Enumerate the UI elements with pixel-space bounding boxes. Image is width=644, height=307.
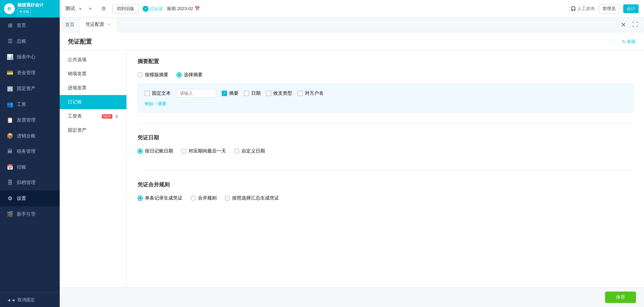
nav-item-journal[interactable]: 日记账 (60, 95, 126, 109)
tab-voucher-config[interactable]: 凭证配置 × (80, 18, 117, 32)
merge-section: 凭证合并规则 单条记录生成凭证 合并规则 按照选择汇总生成凭证 (138, 181, 633, 217)
radio-merge-rules-circle[interactable] (191, 195, 196, 201)
radio-template-circle[interactable] (138, 72, 143, 78)
refresh-label: 刷新 (627, 39, 636, 45)
sidebar-item-close[interactable]: 📅 结账 (0, 159, 60, 175)
nav-item-payroll[interactable]: 工资表 NEW ∨ (60, 109, 126, 123)
sidebar-item-tax[interactable]: 🏛 税务管理 (0, 144, 60, 159)
content: 公共选项 销项发票 进项发票 日记账 工资表 NEW ∨ 固定资产 (60, 50, 644, 307)
sidebar-label-settings: 设置 (17, 195, 26, 202)
summary-options-row: 固定文本 ✓ 摘要 日期 (145, 89, 626, 97)
sidebar-item-guide[interactable]: 🎬 新手引导 (0, 206, 60, 222)
radio-select-label: 选择摘要 (184, 72, 203, 78)
sidebar-item-archive[interactable]: 🗄 归档管理 (0, 175, 60, 190)
checkbox-summary-box[interactable]: ✓ (222, 91, 227, 96)
radio-aggregate-label: 按照选择汇总生成凭证 (232, 195, 279, 201)
radio-journal-date-label: 按日记账日期 (145, 148, 173, 154)
radio-aggregate-circle[interactable] (225, 195, 230, 201)
sidebar-item-funds[interactable]: 💳 资金管理 (0, 65, 60, 81)
radio-custom-date-circle[interactable] (234, 148, 239, 154)
tabbar: 首页 凭证配置 × ✕ ⛶ (60, 17, 644, 32)
right-content: 摘要配置 按模版摘要 选择摘要 (127, 50, 644, 287)
sidebar-label-close: 结账 (17, 164, 26, 170)
radio-aggregate-item[interactable]: 按照选择汇总生成凭证 (225, 195, 279, 201)
tab-fullscreen-button[interactable]: ⛶ (631, 20, 640, 30)
content-body: 公共选项 销项发票 进项发票 日记账 工资表 NEW ∨ 固定资产 (60, 50, 644, 287)
checkbox-cashflow-label: 收支类型 (273, 90, 292, 96)
sidebar-label-ledger: 总账 (17, 38, 26, 44)
tax-icon: 🏛 (7, 148, 13, 155)
certified-badge: ✓ 已认证 (143, 6, 163, 12)
refresh-button[interactable]: ↻ 刷新 (622, 39, 636, 45)
topbar: 测试 ▾ + ⚙ 切到旧版 ✓ 已认证 账期 2023-02 📅 🎧 人工咨询 … (60, 0, 644, 17)
switch-old-version-button[interactable]: 切到旧版 (112, 4, 139, 13)
radio-custom-date-item[interactable]: 自定义日期 (234, 148, 265, 154)
tab-close-button[interactable]: × (106, 22, 112, 27)
checkbox-counterparty-label: 对方户名 (305, 90, 324, 96)
main-area: 测试 ▾ + ⚙ 切到旧版 ✓ 已认证 账期 2023-02 📅 🎧 人工咨询 … (60, 0, 644, 307)
radio-select-item[interactable]: 选择摘要 (176, 72, 203, 78)
tab-close-window-button[interactable]: ✕ (619, 20, 628, 30)
radio-journal-date-item[interactable]: 按日记账日期 (138, 148, 173, 154)
checkbox-fixed-text[interactable]: 固定文本 (145, 90, 171, 96)
user-badge[interactable]: 管理员 (599, 4, 619, 13)
checkbox-date-box[interactable] (244, 91, 249, 96)
tab-home-label: 首页 (65, 22, 74, 28)
accountant-badge[interactable]: 会计 (623, 4, 639, 13)
merge-radio-group: 单条记录生成凭证 合并规则 按照选择汇总生成凭证 (138, 195, 633, 201)
payroll-expand-icon: ∨ (115, 114, 118, 119)
radio-period-last-circle[interactable] (181, 148, 186, 154)
unpin-button[interactable]: ◄◄ 取消固定 (0, 293, 60, 307)
tab-home[interactable]: 首页 (60, 17, 80, 32)
archive-icon: 🗄 (7, 180, 13, 186)
radio-period-last-item[interactable]: 对应期间最后一天 (181, 148, 226, 154)
checkbox-counterparty[interactable]: 对方户名 (298, 90, 324, 96)
fixed-text-input[interactable] (176, 89, 216, 97)
sidebar-item-sales-purchase[interactable]: 📦 进销台账 (0, 128, 60, 144)
sidebar-label-tax: 税务管理 (17, 148, 36, 155)
sidebar-item-fixed-assets[interactable]: 🏢 固定资产 (0, 81, 60, 96)
radio-single-item[interactable]: 单条记录生成凭证 (138, 195, 182, 201)
nav-item-purchase[interactable]: 进项发票 (60, 81, 126, 95)
checkbox-cashflow[interactable]: 收支类型 (266, 90, 292, 96)
nav-item-public[interactable]: 公共选项 (60, 53, 126, 67)
radio-select-circle[interactable] (176, 72, 182, 78)
add-button[interactable]: + (86, 4, 95, 13)
checkbox-fixed-text-label: 固定文本 (152, 90, 171, 96)
calendar-icon[interactable]: 📅 (195, 6, 200, 11)
support-button[interactable]: 🎧 人工咨询 (571, 6, 595, 12)
checkbox-fixed-text-box[interactable] (145, 91, 150, 96)
radio-merge-rules-item[interactable]: 合并规则 (191, 195, 217, 201)
settings-gear-button[interactable]: ⚙ (99, 4, 108, 13)
sidebar-item-home[interactable]: ⊞ 首页 (0, 17, 60, 33)
sales-purchase-icon: 📦 (7, 133, 13, 139)
sidebar-label-invoice: 发票管理 (17, 117, 36, 123)
sidebar-label-archive: 归档管理 (17, 180, 36, 186)
sidebar-item-ledger[interactable]: ☰ 总账 (0, 33, 60, 49)
radio-single-circle[interactable] (138, 195, 143, 201)
checkbox-counterparty-box[interactable] (298, 91, 303, 96)
sidebar-item-reports[interactable]: 📊 报表中心 (0, 49, 60, 65)
checkbox-summary[interactable]: ✓ 摘要 (222, 90, 238, 96)
nav-item-fixed[interactable]: 固定资产 (60, 123, 126, 137)
checkbox-date[interactable]: 日期 (244, 90, 261, 96)
checkbox-cashflow-box[interactable] (266, 91, 271, 96)
checkbox-date-label: 日期 (251, 90, 261, 96)
close-period-icon: 📅 (7, 164, 13, 170)
radio-journal-date-circle[interactable] (138, 148, 143, 154)
edition-badge: 专业版 (17, 8, 31, 15)
sidebar-label-reports: 报表中心 (17, 54, 36, 60)
guide-icon: 🎬 (7, 211, 13, 217)
sidebar-item-settings[interactable]: ⚙ 设置 (0, 190, 60, 206)
sidebar-label-home: 首页 (17, 23, 26, 29)
sidebar-item-payroll[interactable]: 👥 工资 (0, 96, 60, 112)
chevron-down-icon[interactable]: ▾ (79, 6, 82, 11)
save-button[interactable]: 保存 (605, 292, 636, 303)
nav-item-sales[interactable]: 销项发票 (60, 67, 126, 81)
certified-icon: ✓ (143, 6, 149, 12)
page-header: 凭证配置 ↻ 刷新 (60, 32, 644, 50)
example-value: 摘要 (158, 101, 166, 106)
radio-template-item[interactable]: 按模版摘要 (138, 72, 168, 78)
sidebar-item-invoice[interactable]: 📋 发票管理 (0, 112, 60, 128)
support-label: 人工咨询 (577, 6, 595, 12)
